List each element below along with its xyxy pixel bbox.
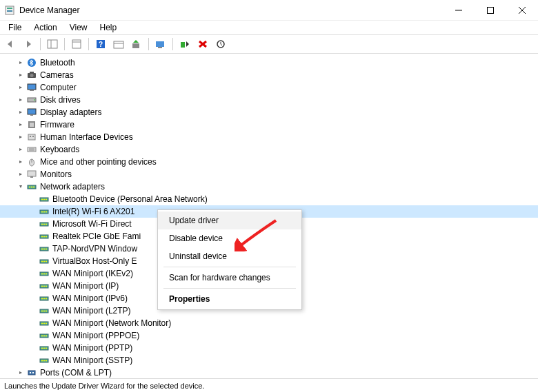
chevron-right-icon[interactable]: ▸ <box>15 156 26 167</box>
svg-point-79 <box>46 286 47 287</box>
menu-action[interactable]: Action <box>28 21 62 34</box>
tree-device-label: Realtek PCIe GbE Fami <box>52 230 141 243</box>
context-disable-device[interactable]: Disable device <box>158 229 301 247</box>
tree-category[interactable]: ▸Firmware <box>0 118 538 131</box>
scan-changes-button[interactable] <box>213 37 228 52</box>
tree-device[interactable]: Bluetooth Device (Personal Area Network) <box>0 193 538 205</box>
svg-rect-25 <box>30 72 34 74</box>
separator <box>40 38 41 50</box>
tree-category[interactable]: ▸Display adapters <box>0 106 538 118</box>
titlebar: Device Manager <box>0 0 538 21</box>
network-icon <box>39 206 50 217</box>
tree-category[interactable]: ▸Ports (COM & LPT) <box>0 367 538 378</box>
chevron-right-icon[interactable]: ▸ <box>15 169 26 180</box>
bluetooth-icon <box>26 57 37 68</box>
svg-rect-13 <box>114 41 123 48</box>
help-button[interactable]: ? <box>93 37 108 52</box>
svg-point-103 <box>46 360 47 362</box>
chevron-right-icon[interactable]: ▸ <box>15 367 26 378</box>
svg-rect-104 <box>28 371 35 375</box>
chevron-down-icon[interactable]: ▾ <box>15 181 26 192</box>
network-icon <box>39 231 50 242</box>
uninstall-device-button[interactable] <box>195 37 210 52</box>
tree-device-label: Intel(R) Wi-Fi 6 AX201 <box>52 205 134 218</box>
context-scan-hardware[interactable]: Scan for hardware changes <box>158 269 301 287</box>
minimize-button[interactable] <box>443 0 475 21</box>
tree-category[interactable]: ▸Mice and other pointing devices <box>0 156 538 168</box>
maximize-button[interactable] <box>475 0 506 21</box>
chevron-right-icon[interactable]: ▸ <box>15 119 26 130</box>
window-controls <box>443 0 538 21</box>
svg-point-29 <box>34 99 35 101</box>
tree-device[interactable]: WAN Miniport (Network Monitor) <box>0 317 538 329</box>
network-icon <box>39 218 50 229</box>
network-icon <box>39 293 50 304</box>
svg-point-102 <box>43 360 45 362</box>
chevron-right-icon[interactable]: ▸ <box>15 144 26 155</box>
context-properties[interactable]: Properties <box>158 290 301 308</box>
svg-point-69 <box>41 261 43 262</box>
update-driver-button[interactable] <box>129 37 144 52</box>
svg-point-101 <box>41 360 43 362</box>
chevron-right-icon[interactable]: ▸ <box>15 57 26 68</box>
svg-point-46 <box>31 187 32 188</box>
disk-icon <box>26 94 37 105</box>
tree-category-label: Ports (COM & LPT) <box>40 367 112 378</box>
network-icon <box>26 181 37 192</box>
tree-category-label: Display adapters <box>40 106 101 118</box>
network-icon <box>39 355 50 366</box>
chevron-right-icon[interactable]: ▸ <box>15 94 26 105</box>
tree-category[interactable]: ▸Cameras <box>0 69 538 81</box>
chevron-right-icon[interactable]: ▸ <box>15 107 26 118</box>
chevron-right-icon[interactable]: ▸ <box>15 70 26 81</box>
svg-rect-27 <box>30 90 34 91</box>
tree-category[interactable]: ▾Network adapters <box>0 180 538 193</box>
tree-device[interactable]: WAN Miniport (PPPOE) <box>0 329 538 342</box>
tree-device[interactable]: WAN Miniport (SSTP) <box>0 354 538 367</box>
forward-button[interactable] <box>21 37 36 52</box>
menu-help[interactable]: Help <box>94 21 123 34</box>
chevron-right-icon[interactable]: ▸ <box>15 82 26 93</box>
tree-device-label: WAN Miniport (Network Monitor) <box>52 317 171 329</box>
context-update-driver[interactable]: Update driver <box>158 212 301 229</box>
tree-category[interactable]: ▸Keyboards <box>0 143 538 156</box>
svg-rect-4 <box>488 7 494 13</box>
tree-device-label: VirtualBox Host-Only E <box>52 255 137 267</box>
enable-device-button[interactable] <box>177 37 192 52</box>
menu-view[interactable]: View <box>64 21 93 34</box>
tree-category-label: Keyboards <box>40 143 79 156</box>
action-button[interactable] <box>111 37 126 52</box>
svg-point-57 <box>41 224 43 225</box>
svg-point-98 <box>43 348 45 349</box>
svg-point-83 <box>46 298 47 300</box>
properties-button[interactable] <box>69 37 84 52</box>
scan-hardware-button[interactable] <box>153 37 168 52</box>
svg-point-53 <box>41 212 43 213</box>
svg-point-50 <box>43 199 45 200</box>
svg-point-82 <box>43 298 45 300</box>
separator <box>163 267 296 267</box>
close-button[interactable] <box>506 0 538 21</box>
tree-category[interactable]: ▸Monitors <box>0 168 538 180</box>
menu-file[interactable]: File <box>3 21 27 34</box>
tree-category[interactable]: ▸Bluetooth <box>0 56 538 69</box>
tree-device[interactable]: WAN Miniport (PPTP) <box>0 342 538 354</box>
context-uninstall-device[interactable]: Uninstall device <box>158 247 301 265</box>
show-hide-tree-button[interactable] <box>45 37 60 52</box>
back-button[interactable] <box>3 37 18 52</box>
svg-point-67 <box>46 249 47 250</box>
network-icon <box>39 330 50 341</box>
separator <box>163 288 296 289</box>
tree-category-label: Network adapters <box>40 180 105 193</box>
network-icon <box>39 342 50 353</box>
svg-point-54 <box>43 212 45 213</box>
svg-rect-15 <box>132 43 139 48</box>
tree-category[interactable]: ▸Human Interface Devices <box>0 131 538 143</box>
tree-category[interactable]: ▸Computer <box>0 81 538 94</box>
tree-category[interactable]: ▸Disk drives <box>0 94 538 106</box>
svg-point-75 <box>46 274 47 275</box>
svg-point-99 <box>46 348 47 349</box>
chevron-right-icon[interactable]: ▸ <box>15 132 26 143</box>
svg-point-66 <box>43 249 45 250</box>
tree-device-label: WAN Miniport (IP) <box>52 280 119 292</box>
